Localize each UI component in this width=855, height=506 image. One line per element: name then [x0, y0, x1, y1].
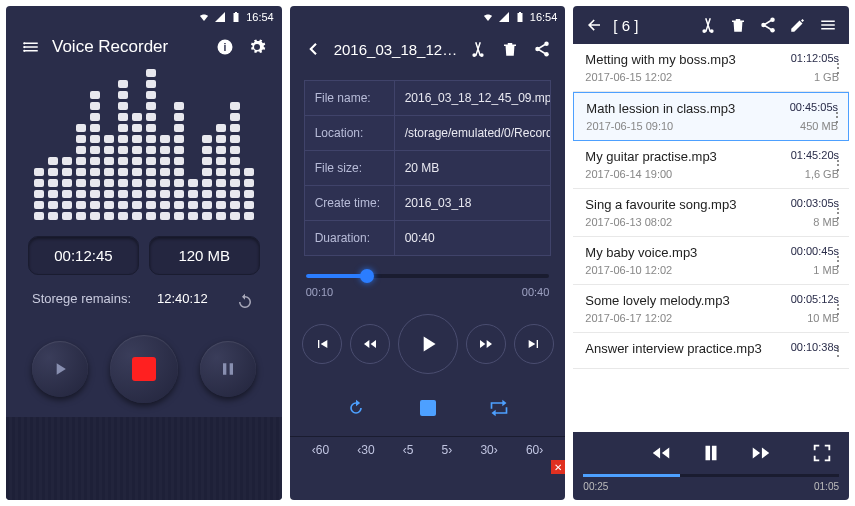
more-icon[interactable]: ⋮ [831, 163, 845, 167]
share-icon[interactable] [531, 38, 553, 60]
info-value: 2016_03_18 [395, 186, 551, 220]
total-time: 00:40 [522, 286, 550, 298]
item-name: Math lession in class.mp3 [586, 101, 735, 116]
list-item[interactable]: Metting with my boss.mp301:12:05s2017-06… [573, 44, 849, 92]
skip-option[interactable]: 5› [442, 443, 453, 457]
mini-player: 00:25 01:05 [573, 432, 849, 500]
forward-button[interactable] [466, 324, 506, 364]
forward-button[interactable] [750, 442, 772, 464]
list-item[interactable]: Math lession in class.mp300:45:05s2017-0… [573, 92, 849, 141]
current-time: 00:10 [306, 286, 334, 298]
item-name: Metting with my boss.mp3 [585, 52, 735, 67]
delete-icon[interactable] [727, 14, 749, 36]
repeat-icon[interactable] [485, 394, 513, 422]
skip-option[interactable]: ‹60 [312, 443, 329, 457]
storage-remain: Storege remains: 12:40:12 [6, 285, 282, 327]
info-value: 00:40 [395, 221, 551, 255]
item-date: 2017-06-15 09:10 [586, 120, 673, 132]
share-icon[interactable] [757, 14, 779, 36]
prev-track-button[interactable] [302, 324, 342, 364]
svg-point-10 [702, 29, 706, 33]
record-icon [132, 357, 156, 381]
refresh-icon[interactable] [234, 291, 256, 313]
svg-point-5 [473, 53, 477, 57]
more-icon[interactable]: ⋮ [830, 115, 844, 119]
pause-button[interactable] [700, 442, 722, 464]
delete-icon[interactable] [499, 38, 521, 60]
back-icon[interactable] [583, 14, 605, 36]
info-row: File name:2016_03_18_12_45_09.mp3 [305, 81, 551, 116]
record-button[interactable] [110, 335, 178, 403]
item-name: My guitar practise.mp3 [585, 149, 717, 164]
current-time: 00:25 [583, 481, 608, 492]
skip-row: ‹60‹30‹55›30›60› [290, 436, 566, 463]
stop-button[interactable] [414, 394, 442, 422]
count: [ 6 ] [613, 17, 638, 34]
more-icon[interactable]: ⋮ [831, 211, 845, 215]
signal-icon [498, 11, 510, 23]
info-icon[interactable]: i [214, 36, 236, 58]
list-item[interactable]: My guitar practise.mp301:45:20s2017-06-1… [573, 141, 849, 189]
wifi-icon [198, 11, 210, 23]
pause-button[interactable] [200, 341, 256, 397]
info-table: File name:2016_03_18_12_45_09.mp3Locatio… [304, 80, 552, 256]
item-date: 2017-06-17 12:02 [585, 312, 672, 324]
skip-option[interactable]: 30› [480, 443, 497, 457]
item-date: 2017-06-14 19:00 [585, 168, 672, 180]
svg-point-11 [710, 29, 714, 33]
info-row: Location:/storage/emulated/0/Recorders/ [305, 116, 551, 151]
back-icon[interactable] [302, 38, 324, 60]
screen-fileinfo: 16:54 2016_03_18_12_45_... File name:201… [290, 6, 566, 500]
skip-option[interactable]: 60› [526, 443, 543, 457]
clock: 16:54 [530, 11, 558, 23]
list-item[interactable]: Answer interview practice.mp300:10:38s⋮ [573, 333, 849, 369]
signal-icon [214, 11, 226, 23]
menu-icon[interactable] [20, 36, 42, 58]
more-icon[interactable]: ⋮ [831, 66, 845, 70]
controls [6, 327, 282, 417]
menu-icon[interactable] [817, 14, 839, 36]
seek-times: 00:10 00:40 [290, 282, 566, 308]
recordings-list[interactable]: Metting with my boss.mp301:12:05s2017-06… [573, 44, 849, 432]
svg-point-2 [23, 50, 25, 52]
next-track-button[interactable] [514, 324, 554, 364]
screen-recorder: 16:54 Voice Recorder i 00:12:45 120 MB S… [6, 6, 282, 500]
info-row: Duaration:00:40 [305, 221, 551, 255]
replay-icon[interactable] [342, 394, 370, 422]
info-key: File size: [305, 151, 395, 185]
expand-icon[interactable] [811, 442, 833, 464]
svg-point-0 [23, 42, 25, 44]
screen-list: [ 6 ] Metting with my boss.mp301:12:05s2… [573, 6, 849, 500]
stats-row: 00:12:45 120 MB [6, 226, 282, 285]
battery-icon [514, 11, 526, 23]
gear-icon[interactable] [246, 36, 268, 58]
seek-slider[interactable] [583, 474, 839, 477]
info-key: File name: [305, 81, 395, 115]
clock: 16:54 [246, 11, 274, 23]
item-name: My baby voice.mp3 [585, 245, 697, 260]
more-icon[interactable]: ⋮ [831, 307, 845, 311]
cut-icon[interactable] [697, 14, 719, 36]
item-name: Some lovely melody.mp3 [585, 293, 729, 308]
more-icon[interactable]: ⋮ [831, 259, 845, 263]
play-button[interactable] [32, 341, 88, 397]
skip-option[interactable]: ‹5 [403, 443, 414, 457]
size-display: 120 MB [149, 236, 260, 275]
list-item[interactable]: Sing a favourite song.mp300:03:05s2017-0… [573, 189, 849, 237]
status-bar: 16:54 [6, 6, 282, 28]
close-x[interactable]: ✕ [551, 460, 565, 474]
info-value: /storage/emulated/0/Recorders/ [395, 116, 551, 150]
header: 2016_03_18_12_45_... [290, 28, 566, 70]
item-date: 2017-06-15 12:02 [585, 71, 672, 83]
seek-slider[interactable] [290, 266, 566, 282]
cut-icon[interactable] [467, 38, 489, 60]
list-item[interactable]: My baby voice.mp300:00:45s2017-06-10 12:… [573, 237, 849, 285]
edit-icon[interactable] [787, 14, 809, 36]
list-item[interactable]: Some lovely melody.mp300:05:12s2017-06-1… [573, 285, 849, 333]
skip-option[interactable]: ‹30 [357, 443, 374, 457]
rewind-button[interactable] [350, 324, 390, 364]
item-date: 2017-06-13 08:02 [585, 216, 672, 228]
rewind-button[interactable] [650, 442, 672, 464]
play-button[interactable] [398, 314, 458, 374]
more-icon[interactable]: ⋮ [831, 349, 845, 353]
